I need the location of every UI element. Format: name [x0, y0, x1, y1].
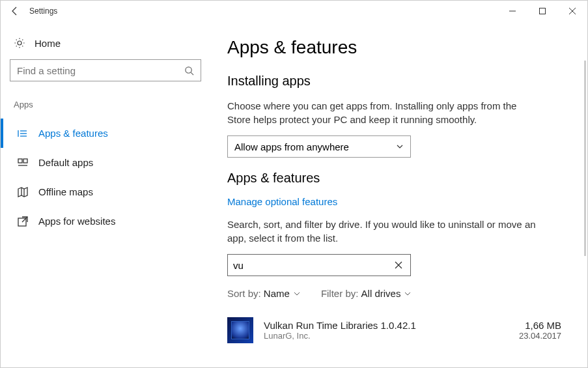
sidebar-item-label: Default apps — [38, 157, 93, 168]
sort-filter-row: Sort by: Name Filter by: All drives — [227, 288, 561, 299]
sort-dropdown[interactable]: Name — [264, 288, 300, 299]
app-name: Vulkan Run Time Libraries 1.0.42.1 — [264, 320, 519, 331]
sidebar-item-offline-maps[interactable]: Offline maps — [1, 177, 209, 206]
back-button[interactable] — [6, 2, 24, 20]
chevron-down-icon — [404, 290, 411, 297]
search-icon — [184, 66, 194, 76]
filter-dropdown[interactable]: All drives — [361, 288, 412, 299]
app-size: 1,66 MB — [519, 320, 561, 331]
sidebar-item-label: Apps for websites — [38, 216, 115, 227]
search-input[interactable] — [17, 65, 184, 76]
sidebar-item-label: Offline maps — [38, 186, 93, 197]
app-date: 23.04.2017 — [519, 331, 561, 341]
manage-optional-link[interactable]: Manage optional features — [227, 196, 337, 207]
install-source-dropdown[interactable]: Allow apps from anywhere — [227, 135, 411, 158]
titlebar: Settings — [1, 1, 587, 21]
default-apps-icon — [18, 158, 28, 168]
close-button[interactable] — [557, 1, 587, 21]
sidebar-item-default-apps[interactable]: Default apps — [1, 148, 209, 177]
home-link[interactable]: Home — [10, 32, 209, 59]
sidebar: Home Apps Apps & features Default apps O… — [1, 21, 209, 367]
svg-rect-1 — [540, 8, 546, 14]
maximize-button[interactable] — [527, 1, 557, 21]
sidebar-item-label: Apps & features — [38, 128, 108, 139]
sidebar-item-apps-websites[interactable]: Apps for websites — [1, 206, 209, 236]
main-content: Apps & features Installing apps Choose w… — [209, 21, 587, 367]
settings-search[interactable] — [10, 59, 201, 81]
svg-rect-11 — [23, 159, 27, 163]
clear-filter-icon[interactable] — [392, 261, 405, 269]
chevron-down-icon — [294, 290, 300, 297]
svg-point-4 — [186, 66, 191, 72]
section-apps-heading: Apps & features — [227, 171, 561, 186]
home-label: Home — [35, 38, 61, 49]
sidebar-item-apps-features[interactable]: Apps & features — [1, 119, 209, 148]
sort-label: Sort by: — [227, 288, 261, 299]
gear-icon — [14, 37, 25, 49]
minimize-button[interactable] — [497, 1, 527, 21]
dropdown-value: Allow apps from anywhere — [234, 141, 349, 152]
page-title: Apps & features — [227, 37, 561, 58]
section-installing-heading: Installing apps — [227, 74, 561, 89]
apps-desc: Search, sort, and filter by drive. If yo… — [227, 218, 540, 245]
app-publisher: LunarG, Inc. — [264, 331, 519, 341]
open-external-icon — [18, 216, 28, 227]
map-icon — [18, 187, 28, 197]
svg-line-16 — [22, 217, 27, 222]
svg-rect-10 — [18, 159, 22, 163]
app-icon — [227, 317, 253, 343]
category-label: Apps — [14, 100, 209, 109]
app-list-item[interactable]: Vulkan Run Time Libraries 1.0.42.1 Lunar… — [227, 312, 561, 348]
window-title: Settings — [29, 7, 57, 16]
scrollbar[interactable] — [584, 61, 586, 256]
svg-line-5 — [191, 72, 193, 75]
installing-desc: Choose where you can get apps from. Inst… — [227, 99, 540, 126]
apps-list-icon — [18, 128, 28, 139]
app-filter-box[interactable] — [227, 254, 411, 276]
app-filter-input[interactable] — [233, 260, 392, 271]
filter-label: Filter by: — [321, 288, 359, 299]
chevron-down-icon — [396, 143, 404, 150]
